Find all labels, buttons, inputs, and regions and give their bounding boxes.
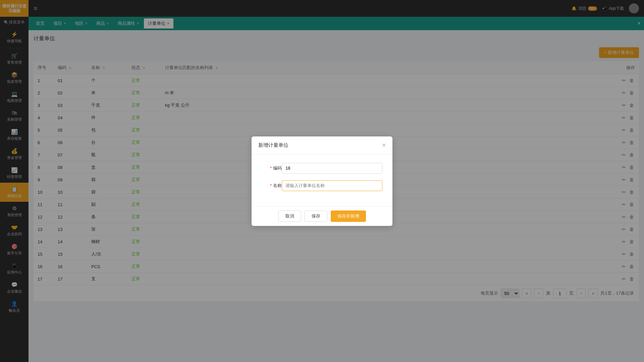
modal-overlay[interactable]: 新增计量单位 × *编码 *名称 取消 保存 保存并新增	[0, 0, 644, 362]
form-row-name: *名称	[262, 180, 382, 191]
required-star-2: *	[270, 183, 272, 188]
save-button[interactable]: 保存	[305, 210, 327, 222]
form-row-code: *编码	[262, 163, 382, 174]
add-unit-modal: 新增计量单位 × *编码 *名称 取消 保存 保存并新增	[252, 136, 392, 226]
modal-title: 新增计量单位	[258, 142, 288, 148]
required-star: *	[270, 166, 272, 171]
modal-body: *编码 *名称	[252, 155, 392, 206]
name-input[interactable]	[282, 180, 382, 191]
modal-footer: 取消 保存 保存并新增	[252, 206, 392, 226]
modal-close-button[interactable]: ×	[382, 142, 386, 149]
cancel-button[interactable]: 取消	[278, 210, 301, 222]
modal-header: 新增计量单位 ×	[252, 136, 392, 155]
name-label: *名称	[262, 183, 282, 189]
code-label: *编码	[262, 165, 282, 171]
save-and-new-button[interactable]: 保存并新增	[331, 210, 366, 222]
code-input[interactable]	[282, 163, 382, 174]
